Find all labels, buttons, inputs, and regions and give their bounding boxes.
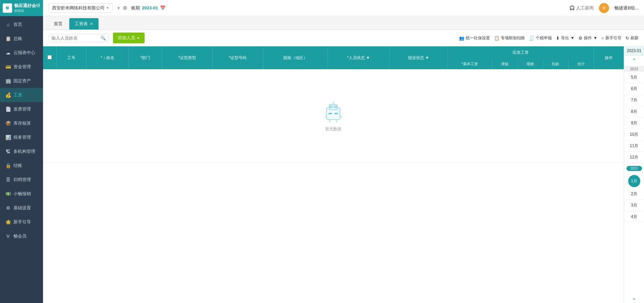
tab-home[interactable]: 首页 <box>48 18 68 30</box>
sidebar-label-archive: 归档管理 <box>13 177 31 183</box>
search-input[interactable] <box>51 36 99 41</box>
refresh-label: 刷新 <box>631 35 639 41</box>
month-item-2022-5[interactable]: 5月 <box>624 72 644 83</box>
header-status: *人员状态 ▼ <box>328 46 389 69</box>
guide-label: 新手引导 <box>605 35 621 41</box>
month-item-2023-2[interactable]: 2月 <box>624 188 644 200</box>
operations-label: 操作 <box>584 35 592 41</box>
sidebar-item-fund[interactable]: 💳 资金管理 <box>0 60 43 74</box>
help-button[interactable]: 🎧 人工咨询 <box>569 5 594 11</box>
sidebar-item-close[interactable]: 🔒 结账 <box>0 159 43 173</box>
month-item-2022-10[interactable]: 10月 <box>624 129 644 140</box>
special-label: 专项附加扣除 <box>501 35 525 41</box>
sidebar-label-ledger: 总账 <box>13 36 22 42</box>
svg-rect-8 <box>335 113 338 114</box>
sidebar-item-inventory[interactable]: 📦 库存核算 <box>0 116 43 130</box>
sidebar-item-asset[interactable]: 🏢 固定资产 <box>0 74 43 88</box>
month-item-2022-12[interactable]: 12月 <box>624 152 644 163</box>
sidebar-icon-cloud-report: ☁ <box>5 50 11 55</box>
sidebar: 畅 畅应通好会计 旗舰版 ⌂ 首页 📋 总账 ☁ 云报表中心 💳 资金管理 🏢 … <box>0 0 43 303</box>
sidebar-icon-home: ⌂ <box>5 22 11 27</box>
month-item-2023-4[interactable]: 4月 <box>624 211 644 223</box>
topbar: 西安虾米网络科技有限公司 ▼ + ⚙ 账期 2023-01 📅 🎧 人工咨询 B… <box>43 0 644 16</box>
sidebar-item-settings[interactable]: ⚙ 基础设置 <box>0 201 43 215</box>
sidebar-item-home[interactable]: ⌂ 首页 <box>0 17 43 32</box>
sidebar-icon-fund: 💳 <box>5 64 11 70</box>
company-selector[interactable]: 西安虾米网络科技有限公司 ▼ <box>48 3 113 13</box>
tab-salary-close[interactable]: ✕ <box>90 21 93 26</box>
add-person-button[interactable]: 添加人员 ▼ <box>113 33 145 43</box>
header-dept: *部门 <box>129 46 162 69</box>
month-nav-up[interactable]: ⌃ <box>624 55 644 66</box>
svg-rect-1 <box>329 104 337 110</box>
topbar-actions: + ⚙ <box>117 5 127 11</box>
month-nav-down[interactable]: ⌄ <box>624 293 644 303</box>
personal-tax-action[interactable]: 🧾 个税申报 <box>529 35 552 41</box>
month-item-2022-9[interactable]: 9月 <box>624 118 644 129</box>
header-total: 合计 <box>568 59 594 69</box>
header-checkbox[interactable] <box>43 46 56 69</box>
social-settings-action[interactable]: 👥 统一社保设置 <box>459 35 490 41</box>
sidebar-icon-multi-org: 🏗 <box>5 149 11 154</box>
export-action[interactable]: ⬇ 导出 ▼ <box>556 35 574 41</box>
sidebar-item-ledger[interactable]: 📋 总账 <box>0 32 43 46</box>
export-arrow: ▼ <box>570 36 574 40</box>
month-item-2022-8[interactable]: 8月 <box>624 106 644 118</box>
sidebar-icon-guide: 🌟 <box>5 219 11 225</box>
add-company-icon[interactable]: + <box>117 5 120 11</box>
empty-icon <box>320 99 347 126</box>
operations-icon: ⚙ <box>578 36 582 41</box>
sidebar-icon-tax: 📊 <box>5 135 11 140</box>
sidebar-icon-expense: 💵 <box>5 191 11 197</box>
sidebar-item-salary[interactable]: 💰 工资 <box>0 88 43 102</box>
empty-state: 暂无数据 <box>46 73 621 159</box>
refresh-action[interactable]: ↻ 刷新 <box>626 35 639 41</box>
month-item-2022-11[interactable]: 11月 <box>624 140 644 152</box>
sidebar-icon-archive: 🗄 <box>5 177 11 182</box>
year-2023-container: 2023 <box>624 163 644 174</box>
sidebar-icon-salary: 💰 <box>5 92 11 98</box>
sidebar-label-home: 首页 <box>13 21 22 28</box>
sidebar-item-guide[interactable]: 🌟 新手引导 <box>0 215 43 229</box>
month-item-2022-7[interactable]: 7月 <box>624 95 644 106</box>
period-label: 账期 <box>131 5 140 11</box>
month-2023-1-container: 1月 <box>624 174 644 188</box>
toolbar-right-actions: 👥 统一社保设置 📋 专项附加扣除 🧾 个税申报 ⬇ 导出 ▼ ⚙ 操作 ▼ <box>459 35 639 41</box>
add-person-label: 添加人员 <box>118 35 135 41</box>
tab-home-label: 首页 <box>54 21 63 27</box>
sidebar-label-member: 畅会员 <box>13 233 27 239</box>
sidebar-item-multi-org[interactable]: 🏗 多机构管理 <box>0 144 43 159</box>
header-number: 工号 <box>56 46 86 69</box>
search-box: 🔍 <box>48 34 109 42</box>
user-avatar[interactable]: B <box>599 3 609 13</box>
sidebar-item-member[interactable]: V 畅会员 <box>0 229 43 243</box>
select-all-checkbox[interactable] <box>47 55 52 59</box>
sidebar-item-tax[interactable]: 📊 税务管理 <box>0 130 43 144</box>
settings-icon[interactable]: ⚙ <box>123 5 127 11</box>
month-item-2023-1[interactable]: 1月 <box>628 175 640 187</box>
table-header-row1: 工号 * ↕ 姓名 *部门 *证型类型 *证型号码 国籍（地区） *人员状态 ▼… <box>43 46 624 59</box>
svg-point-3 <box>333 102 334 103</box>
header-performance: 绩效 <box>518 59 543 69</box>
header-report-status: 报送状态 ▼ <box>389 46 448 69</box>
month-item-2023-3[interactable]: 3月 <box>624 200 644 211</box>
headset-icon: 🎧 <box>569 5 575 10</box>
operations-action[interactable]: ⚙ 操作 ▼ <box>578 35 597 41</box>
sidebar-label-guide: 新手引导 <box>13 219 31 225</box>
sidebar-item-archive[interactable]: 🗄 归档管理 <box>0 173 43 187</box>
sidebar-item-expense[interactable]: 💵 小畅报销 <box>0 187 43 201</box>
user-name[interactable]: 畅捷通B组... <box>614 5 639 11</box>
sidebar-item-invoice[interactable]: 📄 发票管理 <box>0 102 43 116</box>
social-label: 统一社保设置 <box>466 35 490 41</box>
sidebar-label-close: 结账 <box>13 163 22 169</box>
empty-cell: 暂无数据 <box>43 69 624 163</box>
header-allowance: 津贴 <box>492 59 518 69</box>
sidebar-item-cloud-report[interactable]: ☁ 云报表中心 <box>0 46 43 60</box>
header-deduction: 扣款 <box>543 59 569 69</box>
period-calendar-icon[interactable]: 📅 <box>160 5 165 10</box>
tab-salary-table[interactable]: 工资表 ✕ <box>69 18 99 30</box>
special-deduct-action[interactable]: 📋 专项附加扣除 <box>494 35 525 41</box>
month-item-2022-6[interactable]: 6月 <box>624 83 644 95</box>
guide-action[interactable]: ○ 新手引导 <box>601 35 621 41</box>
sidebar-label-inventory: 库存核算 <box>13 120 31 126</box>
